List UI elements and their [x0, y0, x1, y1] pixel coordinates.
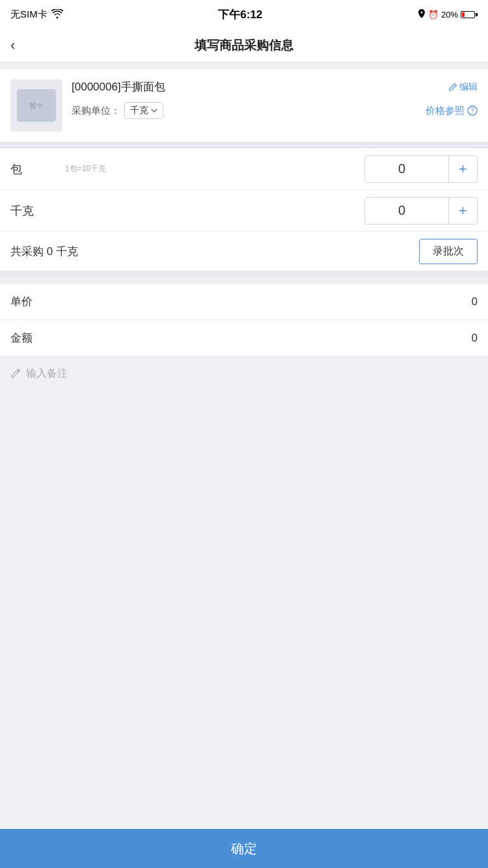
product-logo: 智十 [17, 89, 56, 122]
status-bar: 无SIM卡 下午6:12 ⏰ 20% [0, 0, 488, 29]
status-time: 下午6:12 [218, 7, 262, 22]
status-left: 无SIM卡 [10, 8, 63, 21]
back-button[interactable]: ‹ [10, 37, 15, 54]
price-ref-button[interactable]: 价格参照 ? [426, 105, 478, 117]
bag-label: 包 [10, 161, 62, 177]
section-divider-2 [0, 271, 488, 277]
nav-bar: ‹ 填写商品采购信息 [0, 29, 488, 62]
amount-row: 金额 0 [0, 320, 488, 357]
battery-icon [461, 11, 478, 18]
notes-placeholder: 输入备注 [26, 367, 68, 381]
kg-row: 千克 + [0, 190, 488, 232]
bag-qty-wrap: + [364, 156, 478, 183]
notes-section[interactable]: 输入备注 [0, 357, 488, 435]
product-image: 智十 [10, 79, 62, 131]
kg-label: 千克 [10, 203, 62, 219]
total-amount: 0 [47, 245, 53, 258]
price-section: 单价 0 金额 0 [0, 284, 488, 357]
location-icon [418, 9, 426, 20]
unit-select[interactable]: 千克 [124, 102, 163, 119]
wifi-icon [51, 9, 63, 20]
unit-price-label: 单价 [10, 294, 33, 309]
page-title: 填写商品采购信息 [195, 37, 293, 54]
kg-plus-button[interactable]: + [449, 197, 478, 224]
product-unit-row: 采购单位： 千克 价格参照 ? [72, 102, 478, 119]
product-info: [0000006]手撕面包 编辑 采购单位： 千克 价格参 [72, 79, 478, 119]
bag-plus-button[interactable]: + [449, 156, 478, 183]
total-text: 共采购 0 千克 [10, 244, 78, 259]
unit-prefix-label: 采购单位： [72, 105, 120, 117]
kg-quantity-input[interactable] [364, 197, 449, 224]
page-filler [0, 435, 488, 682]
product-name-row: [0000006]手撕面包 编辑 [72, 79, 478, 94]
unit-price-row: 单价 0 [0, 284, 488, 320]
bag-quantity-input[interactable] [364, 156, 449, 183]
kg-qty-wrap: + [364, 197, 478, 224]
carrier-label: 无SIM卡 [10, 8, 47, 21]
confirm-button[interactable]: 确定 [0, 829, 488, 868]
total-row: 共采购 0 千克 录批次 [0, 232, 488, 271]
battery-pct: 20% [441, 10, 458, 20]
unit-price-value: 0 [472, 295, 478, 308]
edit-button[interactable]: 编辑 [449, 81, 478, 93]
pencil-icon [10, 368, 21, 381]
section-divider-1 [0, 142, 488, 148]
amount-label: 金额 [10, 331, 33, 346]
bag-sublabel: 1包=10千克 [65, 163, 106, 174]
record-batch-button[interactable]: 录批次 [419, 239, 478, 264]
alarm-icon: ⏰ [428, 10, 439, 20]
bag-input-section: 包 1包=10千克 + 千克 + [0, 148, 488, 232]
product-card: 智十 [0000006]手撕面包 编辑 采购单位： 千克 [0, 69, 488, 142]
product-name: [0000006]手撕面包 [72, 79, 165, 94]
amount-value: 0 [472, 332, 478, 345]
status-right: ⏰ 20% [418, 9, 478, 20]
svg-text:?: ? [470, 107, 474, 115]
bag-row: 包 1包=10千克 + [0, 148, 488, 190]
